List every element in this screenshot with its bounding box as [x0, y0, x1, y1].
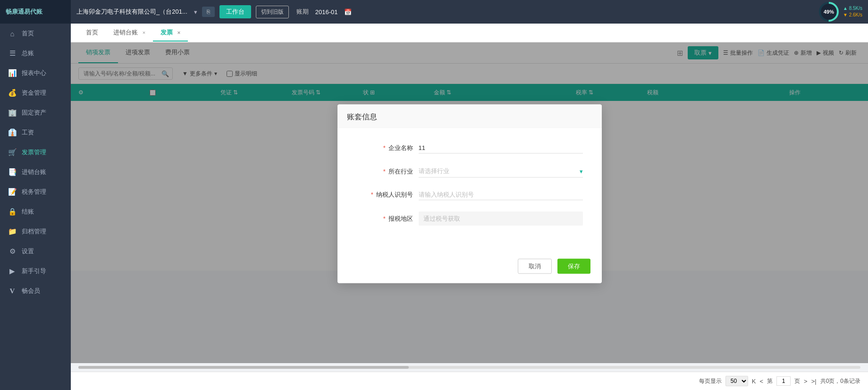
sidebar-item-label: 归档管理 — [22, 227, 46, 236]
network-circle: 49% — [818, 1, 839, 22]
sidebar-item-label: 报表中心 — [22, 69, 46, 77]
settings-icon: ⚙ — [8, 247, 17, 256]
sidebar-item-label: 结账 — [22, 207, 34, 216]
network-percent: 49% — [824, 9, 834, 15]
dialog-footer: 取消 保存 — [337, 251, 602, 283]
period-label: 账期 — [296, 8, 309, 16]
assets-icon: 🏢 — [8, 108, 17, 117]
company-dropdown-icon[interactable]: ▾ — [194, 8, 197, 16]
page-size-select[interactable]: 50 — [725, 376, 748, 386]
home-icon: ⌂ — [8, 30, 17, 38]
sidebar-item-invoice[interactable]: 🛒 发票管理 — [0, 142, 71, 162]
page-number-input[interactable] — [776, 376, 791, 386]
sidebar-item-assets[interactable]: 🏢 固定资产 — [0, 103, 71, 123]
sidebar-item-ledger[interactable]: ☰ 总账 — [0, 43, 71, 63]
speed-info: ▲ 8.5K/s ▼ 2.6K/s — [843, 5, 862, 18]
archive-icon: 📁 — [8, 227, 17, 236]
total-label: 共0页，0条记录 — [820, 377, 860, 385]
tab-invoice[interactable]: 发票 × — [153, 25, 188, 41]
tax-region-field: 通过税号获取 — [419, 212, 583, 226]
sidebar-item-label: 首页 — [22, 29, 34, 38]
scroll-thumb[interactable] — [78, 366, 409, 369]
main-content: 上海卯金刀电子科技有限公司_（台201... ▾ ⎘ 工作台 切到旧版 账期 2… — [71, 0, 868, 390]
sidebar-item-label: 固定资产 — [22, 108, 46, 117]
tax-id-input[interactable] — [419, 189, 583, 200]
sidebar-item-member[interactable]: V 畅会员 — [0, 281, 71, 301]
sidebar-item-label: 设置 — [22, 247, 34, 256]
sidebar-item-close[interactable]: 🔒 结账 — [0, 202, 71, 222]
sidebar-item-archive[interactable]: 📁 归档管理 — [0, 222, 71, 241]
scroll-area — [71, 363, 868, 372]
guide-icon: ▶ — [8, 267, 17, 275]
sidebar-item-guide[interactable]: ▶ 新手引导 — [0, 261, 71, 281]
dialog-body: * 企业名称 * 所在行业 请选择行业 ▾ — [337, 128, 602, 251]
logo-text: 畅康通易代账 — [6, 8, 42, 16]
scroll-track — [78, 366, 860, 369]
period-value: 2016-01 — [315, 8, 338, 16]
purchase-ledger-icon: 📑 — [8, 168, 17, 176]
next-page-button[interactable]: > — [804, 378, 808, 385]
industry-row: * 所在行业 请选择行业 ▾ — [356, 165, 583, 178]
tax-region-label: * 报税地区 — [356, 215, 413, 223]
pagination-bar: 每页显示 50 K < 第 页 > >| 共0页，0条记录 — [71, 372, 868, 390]
salary-icon: 👔 — [8, 128, 17, 137]
prev-page-button[interactable]: < — [759, 378, 763, 385]
industry-select[interactable]: 请选择行业 ▾ — [419, 165, 583, 178]
sidebar-item-label: 税务管理 — [22, 188, 46, 196]
sidebar-item-label: 工资 — [22, 128, 34, 137]
upload-speed: ▲ 8.5K/s — [843, 5, 862, 12]
sidebar-item-label: 畅会员 — [22, 287, 40, 295]
sidebar-item-label: 发票管理 — [22, 148, 46, 157]
tax-region-row: * 报税地区 通过税号获取 — [356, 212, 583, 226]
network-status: 49% ▲ 8.5K/s ▼ 2.6K/s — [818, 1, 862, 22]
workbench-button[interactable]: 工作台 — [219, 5, 251, 18]
tabs-bar: 首页 进销台账 × 发票 × — [71, 24, 868, 42]
old-version-button[interactable]: 切到旧版 — [256, 6, 289, 18]
dialog-title: 账套信息 — [347, 113, 377, 121]
sidebar: 畅康通易代账 ⌂ 首页 ☰ 总账 📊 报表中心 💰 资金管理 🏢 固定资产 👔 … — [0, 0, 71, 390]
dialog-header: 账套信息 — [337, 105, 602, 128]
tab-purchase-close[interactable]: × — [143, 30, 145, 35]
ledger-icon: ☰ — [8, 49, 17, 58]
invoice-icon: 🛒 — [8, 148, 17, 157]
first-page-button[interactable]: K — [752, 378, 756, 385]
industry-dropdown-icon: ▾ — [580, 167, 583, 174]
tax-id-label: * 纳税人识别号 — [356, 191, 413, 199]
tab-home[interactable]: 首页 — [78, 25, 106, 41]
tab-purchase[interactable]: 进销台账 × — [106, 25, 153, 41]
logo: 畅康通易代账 — [0, 0, 71, 24]
sidebar-item-funds[interactable]: 💰 资金管理 — [0, 83, 71, 103]
cancel-button[interactable]: 取消 — [518, 259, 552, 274]
company-name-row: * 企业名称 — [356, 142, 583, 154]
sidebar-item-tax[interactable]: 📝 税务管理 — [0, 182, 71, 202]
tax-region-placeholder: 通过税号获取 — [423, 215, 460, 222]
industry-label: * 所在行业 — [356, 167, 413, 175]
sidebar-item-home[interactable]: ⌂ 首页 — [0, 24, 71, 43]
account-info-dialog: 账套信息 * 企业名称 * 所在行业 — [337, 105, 602, 283]
company-name: 上海卯金刀电子科技有限公司_（台201... — [76, 8, 187, 16]
sidebar-item-salary[interactable]: 👔 工资 — [0, 123, 71, 142]
last-page-button[interactable]: >| — [811, 378, 817, 385]
company-name-input[interactable] — [419, 142, 583, 154]
sidebar-item-label: 资金管理 — [22, 89, 46, 97]
content-area: 销项发票 进项发票 费用小票 ⊞ 取票 ▾ — [71, 42, 868, 363]
copy-button[interactable]: ⎘ — [202, 7, 215, 17]
sidebar-item-label: 新手引导 — [22, 267, 46, 275]
download-speed: ▼ 2.6K/s — [843, 12, 862, 18]
topbar: 上海卯金刀电子科技有限公司_（台201... ▾ ⎘ 工作台 切到旧版 账期 2… — [71, 0, 868, 24]
company-name-label: * 企业名称 — [356, 144, 413, 152]
funds-icon: 💰 — [8, 89, 17, 97]
save-button[interactable]: 保存 — [557, 259, 590, 274]
close-account-icon: 🔒 — [8, 207, 17, 216]
current-page-label: 第 — [767, 377, 773, 385]
page-suffix-label: 页 — [794, 377, 800, 385]
industry-placeholder: 请选择行业 — [419, 167, 449, 175]
reports-icon: 📊 — [8, 69, 17, 77]
sidebar-item-label: 总账 — [22, 49, 34, 58]
sidebar-item-settings[interactable]: ⚙ 设置 — [0, 241, 71, 261]
sidebar-item-purchase-ledger[interactable]: 📑 进销台账 — [0, 162, 71, 182]
sidebar-item-reports[interactable]: 📊 报表中心 — [0, 63, 71, 83]
tab-invoice-close[interactable]: × — [177, 30, 180, 35]
calendar-icon[interactable]: 📅 — [344, 8, 352, 16]
page-size-label: 每页显示 — [699, 377, 722, 385]
